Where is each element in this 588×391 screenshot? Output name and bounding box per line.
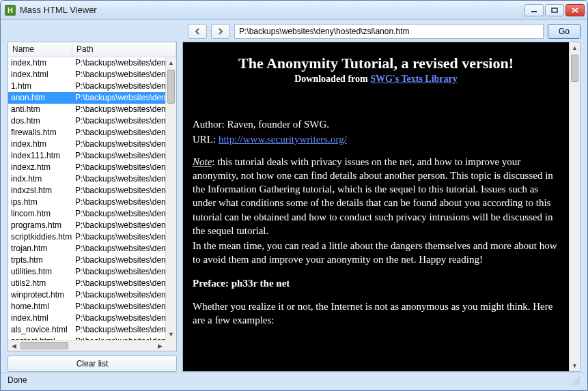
resize-grip[interactable] [571, 375, 580, 385]
list-item-name: index.htm [8, 139, 72, 150]
content-title: The Anonymity Tutorial, a revised versio… [193, 55, 559, 72]
list-item-path: P:\backups\websites\deny [72, 57, 165, 69]
list-item-path: P:\backups\websites\deny [72, 313, 165, 324]
note-paragraph: Note: this tutorial deals with privacy i… [193, 155, 559, 238]
list-item[interactable]: index.htmP:\backups\websites\deny [8, 139, 165, 150]
meantime-paragraph: In the mean time, you can read a little … [193, 239, 559, 267]
list-item-path: P:\backups\websites\deny [72, 324, 165, 336]
go-button[interactable]: Go [548, 24, 580, 39]
list-header: Name Path [8, 42, 176, 57]
list-item-name: home.html [8, 301, 72, 313]
list-item-path: P:\backups\websites\deny [72, 185, 165, 197]
list-item[interactable]: lincom.htmP:\backups\websites\deny [8, 208, 165, 220]
svg-rect-1 [552, 8, 557, 12]
list-item-name: indexz.htm [8, 162, 72, 173]
list-item[interactable]: anon.htmP:\backups\websites\deny [8, 92, 165, 104]
list-item[interactable]: trpts.htmP:\backups\websites\deny [8, 255, 165, 266]
scroll-right-icon[interactable]: ▶ [154, 341, 165, 351]
list-item[interactable]: indxzsl.htmP:\backups\websites\deny [8, 185, 165, 197]
list-item-path: P:\backups\websites\deny [72, 231, 165, 243]
nav-forward-button[interactable] [211, 24, 230, 39]
list-item[interactable]: als_novice.htmlP:\backups\websites\deny [8, 324, 165, 336]
list-item-name: index.html [8, 69, 72, 81]
status-text: Done [8, 375, 27, 385]
list-item-path: P:\backups\websites\deny [72, 139, 165, 150]
list-item-path: P:\backups\websites\deny [72, 266, 165, 278]
list-item-path: P:\backups\websites\deny [72, 173, 165, 185]
author-line: Author: Raven, founder of SWG. [193, 117, 559, 131]
scroll-up-icon[interactable]: ▲ [166, 57, 176, 68]
html-viewer: The Anonymity Tutorial, a revised versio… [182, 42, 580, 372]
scroll-down-icon[interactable]: ▼ [166, 329, 176, 340]
close-button[interactable] [565, 4, 585, 16]
list-item-name: lincom.htm [8, 208, 72, 220]
minimize-button[interactable] [524, 4, 544, 16]
list-item[interactable]: dos.htmP:\backups\websites\deny [8, 115, 165, 127]
list-item-path: P:\backups\websites\deny [72, 92, 165, 104]
scroll-up-icon[interactable]: ▲ [570, 42, 580, 53]
address-input[interactable] [234, 24, 544, 39]
list-item-name: dos.htm [8, 115, 72, 127]
scroll-thumb[interactable] [20, 342, 68, 349]
list-item[interactable]: home.htmlP:\backups\websites\deny [8, 301, 165, 313]
nav-back-button[interactable] [188, 24, 207, 39]
list-item-path: P:\backups\websites\deny [72, 255, 165, 266]
list-item-name: indx.htm [8, 173, 72, 185]
file-list[interactable]: Name Path index.htmP:\backups\websites\d… [8, 42, 177, 351]
list-item[interactable]: index.htmlP:\backups\websites\deny [8, 69, 165, 81]
scroll-thumb[interactable] [571, 55, 578, 82]
list-item-name: utilities.htm [8, 266, 72, 278]
list-item[interactable]: utils2.htmP:\backups\websites\deny [8, 278, 165, 289]
list-item[interactable]: index111.htmP:\backups\websites\deny [8, 150, 165, 162]
scroll-down-icon[interactable]: ▼ [570, 360, 580, 371]
list-item[interactable]: index.htmP:\backups\websites\deny [8, 57, 165, 69]
list-item-path: P:\backups\websites\deny [72, 289, 165, 301]
maximize-button[interactable] [545, 4, 564, 16]
list-item[interactable]: index.htmlP:\backups\websites\deny [8, 313, 165, 324]
list-item-name: index.htm [8, 57, 72, 69]
list-item[interactable]: programs.htmP:\backups\websites\deny [8, 220, 165, 231]
column-name[interactable]: Name [8, 42, 72, 57]
list-item-name: anti.htm [8, 104, 72, 115]
list-item[interactable]: indexz.htmP:\backups\websites\deny [8, 162, 165, 173]
toolbar: Go [1, 20, 587, 42]
list-item-path: P:\backups\websites\deny [72, 220, 165, 231]
list-item-name: firewalls.htm [8, 127, 72, 139]
scroll-thumb[interactable] [167, 70, 175, 104]
list-item-name: trpts.htm [8, 255, 72, 266]
list-item[interactable]: winprotect.htmP:\backups\websites\deny [8, 289, 165, 301]
list-item-name: als_novice.html [8, 324, 72, 336]
list-vertical-scrollbar[interactable]: ▲ ▼ [165, 57, 176, 340]
list-item-path: P:\backups\websites\deny [72, 104, 165, 115]
list-item-path: P:\backups\websites\deny [72, 278, 165, 289]
list-item-path: P:\backups\websites\deny [72, 127, 165, 139]
list-item-name: index.html [8, 313, 72, 324]
list-item-path: P:\backups\websites\deny [72, 243, 165, 255]
content-url-link[interactable]: http://www.securitywriters.org/ [219, 134, 347, 145]
column-path[interactable]: Path [72, 42, 176, 57]
scroll-left-icon[interactable]: ◀ [8, 341, 19, 351]
statusbar: Done [1, 372, 587, 387]
list-item-path: P:\backups\websites\deny [72, 301, 165, 313]
list-item-name: scriptkiddies.htm [8, 231, 72, 243]
list-horizontal-scrollbar[interactable]: ◀ ▶ [8, 340, 165, 351]
list-item[interactable]: ips.htmP:\backups\websites\deny [8, 197, 165, 208]
list-item[interactable]: 1.htmP:\backups\websites\deny [8, 81, 165, 92]
list-item-path: P:\backups\websites\deny [72, 69, 165, 81]
list-item[interactable]: trojan.htmP:\backups\websites\deny [8, 243, 165, 255]
list-item-name: anon.htm [8, 92, 72, 104]
viewer-vertical-scrollbar[interactable]: ▲ ▼ [569, 42, 580, 371]
list-item[interactable]: anti.htmP:\backups\websites\deny [8, 104, 165, 115]
list-item[interactable]: scriptkiddies.htmP:\backups\websites\den… [8, 231, 165, 243]
list-item[interactable]: utilities.htmP:\backups\websites\deny [8, 266, 165, 278]
intro-paragraph: Whether you realize it or not, the Inter… [193, 300, 559, 328]
list-item-name: 1.htm [8, 81, 72, 92]
clear-list-button[interactable]: Clear list [8, 356, 177, 372]
content-subtitle: Downloaded from SWG's Texts Library [193, 74, 559, 85]
list-item[interactable]: indx.htmP:\backups\websites\deny [8, 173, 165, 185]
titlebar: H Mass HTML Viewer [1, 1, 587, 20]
list-item-name: utils2.htm [8, 278, 72, 289]
download-link[interactable]: SWG's Texts Library [370, 74, 458, 84]
preface-heading: Preface: ph33r the net [193, 276, 559, 290]
list-item[interactable]: firewalls.htmP:\backups\websites\deny [8, 127, 165, 139]
